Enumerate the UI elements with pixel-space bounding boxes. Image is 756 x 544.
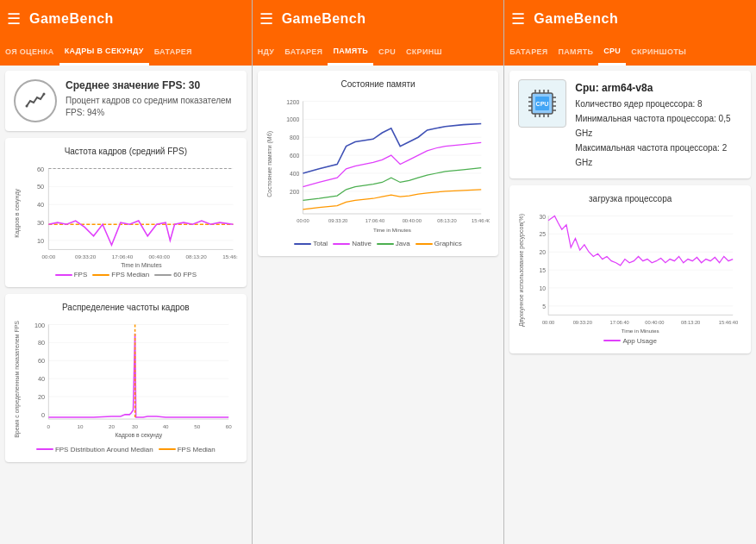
svg-text:00:00: 00:00 — [542, 320, 554, 325]
hamburger-icon-2[interactable]: ☰ — [259, 9, 273, 28]
fps-y-label: Кадров в секунду — [14, 189, 20, 238]
svg-text:Time in Minutes: Time in Minutes — [373, 227, 411, 233]
header-title-1: GameBench — [29, 11, 114, 27]
svg-text:08:13:20: 08:13:20 — [185, 253, 207, 259]
panel-memory: ☰ GameBench НДУ БАТАРЕЯ ПАМЯТЬ CPU СКРИН… — [253, 0, 505, 544]
svg-text:200: 200 — [290, 189, 300, 195]
fps-icon — [14, 79, 57, 122]
svg-text:80: 80 — [38, 340, 45, 347]
fps-summary-card: Среднее значение FPS: 30 Процент кадров … — [5, 71, 247, 131]
svg-text:15:46:40: 15:46:40 — [222, 253, 237, 259]
svg-text:17:06:40: 17:06:40 — [365, 218, 384, 223]
svg-text:10: 10 — [77, 423, 83, 429]
legend-java: Java — [377, 240, 410, 247]
memory-chart-card: Состояние памяти Состояние памяти (Мб) 1… — [258, 71, 499, 256]
legend-app-usage: App Usage — [603, 337, 657, 345]
svg-text:30: 30 — [37, 219, 44, 227]
svg-text:30: 30 — [540, 214, 547, 220]
header-panel3: ☰ GameBench — [504, 0, 756, 38]
svg-text:00:00: 00:00 — [297, 218, 309, 223]
svg-text:600: 600 — [290, 153, 300, 159]
svg-text:40: 40 — [163, 423, 169, 429]
svg-text:30: 30 — [132, 423, 138, 429]
header-panel1: ☰ GameBench — [0, 0, 252, 38]
fps-line-chart: 60 50 40 30 10 — [22, 159, 238, 267]
cpu-chart-legend: App Usage — [518, 337, 742, 345]
cpu-max-freq: Максимальная частота процессора: 2 GHz — [575, 141, 742, 170]
svg-text:5: 5 — [543, 303, 547, 310]
svg-text:Time in Minutes: Time in Minutes — [121, 262, 162, 267]
header-title-2: GameBench — [282, 11, 366, 27]
hamburger-icon-3[interactable]: ☰ — [511, 9, 525, 28]
fps-dist-title: Распределение частоты кадров — [14, 303, 238, 312]
memory-chart-title: Состояние памяти — [266, 79, 490, 89]
svg-text:09:33:20: 09:33:20 — [328, 218, 347, 223]
tab-battery-2[interactable]: БАТАРЕЯ — [279, 38, 328, 66]
legend-dist-median: FPS Median — [159, 446, 216, 453]
svg-point-1 — [43, 93, 46, 96]
cpu-chip-icon: CPU — [518, 79, 566, 128]
svg-point-0 — [26, 105, 28, 108]
svg-text:08:13:20: 08:13:20 — [681, 320, 700, 325]
svg-text:CPU: CPU — [536, 101, 549, 107]
fps-title: Среднее значение FPS: 30 — [66, 79, 238, 91]
header-panel2: ☰ GameBench — [253, 0, 504, 38]
tab-overall[interactable]: ОЯ ОЦЕНКА — [0, 38, 59, 66]
svg-text:60: 60 — [226, 423, 232, 429]
tab-memory-3[interactable]: ПАМЯТЬ — [553, 38, 599, 66]
tab-screenshots-2[interactable]: СКРИНШ — [401, 38, 447, 66]
svg-text:00:40:00: 00:40:00 — [646, 320, 665, 325]
svg-text:1000: 1000 — [286, 116, 299, 122]
svg-text:17:06:40: 17:06:40 — [112, 253, 134, 259]
legend-fps: FPS — [55, 271, 88, 278]
svg-text:25: 25 — [540, 232, 547, 238]
svg-text:100: 100 — [34, 322, 45, 329]
tab-fps[interactable]: КАДРЫ В СЕКУНДУ — [59, 38, 149, 66]
legend-graphics: Graphics — [415, 240, 462, 247]
svg-text:00:40:00: 00:40:00 — [402, 218, 421, 223]
cpu-y-label: Двухкунное использование ресурсов(%) — [518, 214, 524, 327]
legend-total: Total — [294, 240, 328, 247]
nav-tabs-2: НДУ БАТАРЕЯ ПАМЯТЬ CPU СКРИНШ — [253, 38, 504, 66]
fps-chart-title: Частота кадров (средний FPS) — [14, 147, 238, 156]
svg-text:60: 60 — [38, 358, 45, 366]
tab-ndu[interactable]: НДУ — [253, 38, 280, 66]
legend-60fps: 60 FPS — [154, 271, 197, 278]
svg-text:08:13:20: 08:13:20 — [437, 218, 456, 223]
svg-text:0: 0 — [47, 423, 51, 429]
header-title-3: GameBench — [534, 11, 618, 27]
svg-text:20: 20 — [38, 393, 45, 401]
content-panel2: Состояние памяти Состояние памяти (Мб) 1… — [253, 66, 504, 544]
svg-text:60: 60 — [37, 166, 44, 173]
svg-text:50: 50 — [194, 423, 200, 429]
svg-text:15:46:40: 15:46:40 — [472, 218, 490, 223]
svg-text:09:33:20: 09:33:20 — [573, 320, 592, 325]
svg-text:15:46:40: 15:46:40 — [719, 320, 738, 325]
svg-text:40: 40 — [37, 201, 44, 209]
fps-description: Процент кадров со средним показателем FP… — [66, 95, 238, 119]
fps-dist-chart: 100 80 60 40 20 0 0 — [22, 316, 238, 441]
cpu-model-name: Cpu: arm64-v8a — [575, 79, 742, 97]
svg-text:10: 10 — [37, 237, 44, 245]
tab-memory[interactable]: ПАМЯТЬ — [328, 38, 373, 66]
memory-y-label: Состояние памяти (Мб) — [266, 131, 272, 197]
cpu-chart-title: загрузка процессора — [518, 194, 742, 203]
tab-cpu-2[interactable]: CPU — [373, 38, 401, 66]
svg-text:0: 0 — [41, 411, 45, 419]
panel-fps: ☰ GameBench ОЯ ОЦЕНКА КАДРЫ В СЕКУНДУ БА… — [0, 0, 253, 544]
tab-battery-1[interactable]: БАТАРЕЯ — [149, 38, 197, 66]
svg-text:40: 40 — [38, 376, 45, 384]
svg-text:00:00: 00:00 — [42, 253, 56, 259]
tab-battery-3[interactable]: БАТАРЕЯ — [504, 38, 553, 66]
tab-screenshots-3[interactable]: СКРИНШОТЫ — [626, 38, 691, 66]
tab-cpu-3[interactable]: CPU — [598, 38, 626, 66]
svg-text:Кадров в секунду: Кадров в секунду — [115, 432, 162, 439]
svg-text:800: 800 — [290, 134, 300, 141]
fps-chart-legend: FPS FPS Median 60 FPS — [14, 271, 238, 278]
hamburger-icon-1[interactable]: ☰ — [7, 9, 21, 28]
svg-text:00:40:00: 00:40:00 — [149, 253, 171, 259]
cpu-min-freq: Минимальная частота процессора: 0,5 GHz — [575, 111, 742, 141]
svg-text:400: 400 — [290, 171, 300, 177]
memory-chart-legend: Total Native Java Graphics — [266, 240, 490, 247]
legend-native: Native — [333, 240, 372, 247]
